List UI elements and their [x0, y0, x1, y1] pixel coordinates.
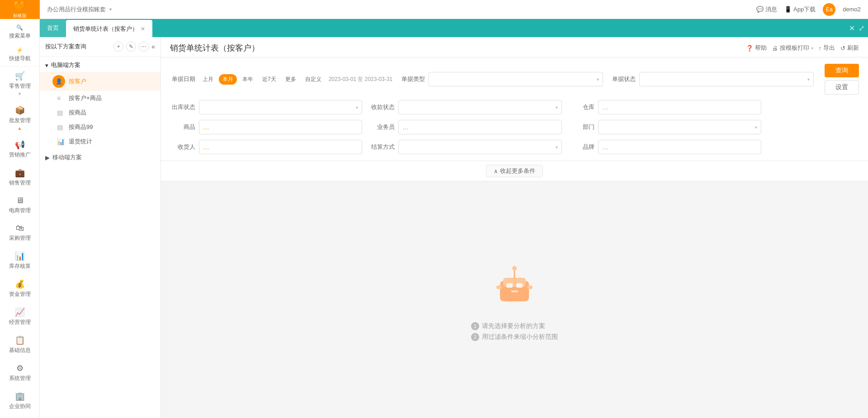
tab-expand-btn[interactable]: ⤢	[859, 24, 864, 33]
goods-ellipsis[interactable]: …	[203, 124, 209, 131]
industry-dropdown-arrow[interactable]: ▾	[109, 7, 112, 12]
tab-bar-actions: ✕ ⤢	[845, 24, 868, 33]
user-name[interactable]: demo2	[843, 6, 861, 13]
scheme-by-goods-99[interactable]: ▤ 按商品99	[40, 120, 160, 134]
refresh-label: 刷新	[847, 44, 859, 52]
retail-icon: 🛒	[15, 71, 25, 81]
brand-ellipsis[interactable]: …	[602, 143, 609, 151]
empty-svg	[487, 256, 542, 310]
tab-home[interactable]: 首页	[40, 19, 66, 37]
sidebar-item-base[interactable]: 📋 基础信息	[0, 331, 39, 359]
type-select[interactable]: ▾	[429, 72, 603, 86]
tab-close-all-btn[interactable]: ✕	[849, 24, 855, 33]
filter-date-item: 单据日期 上月 本月 本年 近7天 更多 自定义 2023-03-01 至 20…	[170, 74, 392, 85]
sidebar-item-sales[interactable]: 💼 销售管理	[0, 163, 39, 191]
action-buttons: 查询 设置	[825, 64, 859, 95]
page-actions: ❓ 帮助 🖨 按模板打印 ▾ ↑ 导出 ↺ 刷新	[746, 44, 859, 52]
sidebar-item-ecommerce[interactable]: 🖥 电商管理	[0, 191, 39, 219]
sidebar-item-newuser[interactable]: 🌟 新手引导	[0, 415, 39, 418]
mobile-scheme-group[interactable]: ▶ 移动端方案	[40, 151, 160, 164]
collapse-panel-btn[interactable]: «	[151, 43, 155, 50]
pc-group-header[interactable]: ▾ 电脑端方案	[40, 58, 160, 72]
app-download-label: App下载	[793, 5, 816, 14]
date-btn-custom[interactable]: 自定义	[302, 74, 325, 85]
date-btn-7days[interactable]: 近7天	[259, 74, 280, 85]
refresh-icon: ↺	[840, 45, 845, 52]
help-btn[interactable]: ❓ 帮助	[746, 44, 767, 52]
more-scheme-btn[interactable]: ⋯	[139, 42, 149, 52]
header-right: 💬 消息 📱 App下载 Ea demo2	[756, 3, 861, 16]
print-btn[interactable]: 🖨 按模板打印 ▾	[772, 44, 813, 52]
sales-icon: 💼	[15, 168, 25, 178]
staff-input[interactable]: …	[398, 120, 561, 134]
app-subtitle: 标账版	[13, 13, 27, 19]
date-btn-this-year[interactable]: 本年	[239, 74, 257, 85]
search-menu-btn[interactable]: 🔍 搜索菜单	[0, 19, 39, 43]
tab-bar: 首页 销货单统计表（按客户） ✕ ✕ ⤢	[40, 19, 868, 37]
operations-label: 经营管理	[9, 318, 31, 326]
shortcut-nav-btn[interactable]: ⚡ 快捷导航	[0, 43, 39, 66]
top-header: 办公用品行业模拟账套 ▾ 💬 消息 📱 App下载 Ea demo2	[40, 0, 868, 19]
tab-close-btn[interactable]: ✕	[141, 26, 145, 32]
dept-select[interactable]: ▾	[598, 120, 761, 134]
sidebar-item-enterprise[interactable]: 🏢 企业协同	[0, 387, 39, 415]
receiver-input[interactable]: …	[199, 140, 362, 154]
collapse-more-label: 收起更多条件	[500, 167, 535, 175]
scheme-by-goods-label: 按商品	[69, 109, 86, 117]
mobile-group-label: 移动端方案	[52, 153, 82, 162]
print-icon: 🖨	[772, 45, 778, 52]
sidebar-item-purchase[interactable]: 🛍 采购管理	[0, 219, 39, 247]
sidebar-item-system[interactable]: ⚙ 系统管理	[0, 359, 39, 387]
svg-rect-6	[496, 285, 502, 289]
scheme-by-goods[interactable]: ▤ 按商品	[40, 105, 160, 120]
operations-icon: 📈	[15, 307, 25, 317]
add-scheme-btn[interactable]: +	[113, 42, 123, 52]
collapse-more-btn[interactable]: ∧ 收起更多条件	[486, 165, 543, 177]
status-dropdown-arrow: ▾	[807, 77, 810, 82]
right-panel: 销货单统计表（按客户） ❓ 帮助 🖨 按模板打印 ▾ ↑ 导出	[161, 37, 868, 418]
scheme-by-customer-goods-label: 按客户+商品	[69, 94, 102, 102]
receiver-ellipsis[interactable]: …	[203, 143, 209, 151]
sidebar-item-marketing[interactable]: 📢 营销推广	[0, 135, 39, 163]
app-download-btn[interactable]: 📱 App下载	[784, 5, 816, 14]
sidebar-item-inventory[interactable]: 📊 库存核算	[0, 247, 39, 275]
refresh-btn[interactable]: ↺ 刷新	[840, 44, 859, 52]
sidebar-item-operations[interactable]: 📈 经营管理	[0, 303, 39, 331]
tab-sales-stats[interactable]: 销货单统计表（按客户） ✕	[66, 20, 152, 38]
export-btn[interactable]: ↑ 导出	[819, 44, 835, 52]
warehouse-ellipsis[interactable]: …	[602, 104, 609, 111]
query-button[interactable]: 查询	[825, 64, 859, 77]
sidebar-item-retail[interactable]: 🛒 零售管理 ▼	[0, 66, 39, 101]
goods-label: 商品	[170, 123, 195, 131]
date-btn-more[interactable]: 更多	[282, 74, 300, 85]
date-btn-this-month[interactable]: 本月	[219, 74, 237, 85]
outbound-select[interactable]: ▾	[199, 100, 362, 114]
warehouse-input[interactable]: …	[598, 100, 761, 114]
settlement-select[interactable]: ▾	[398, 140, 561, 154]
edit-scheme-btn[interactable]: ✎	[126, 42, 136, 52]
staff-ellipsis[interactable]: …	[402, 124, 409, 131]
user-avatar[interactable]: Ea	[823, 3, 835, 16]
sales-label: 销售管理	[9, 179, 31, 187]
filter-collection-item: 收款状态 ▾	[369, 100, 561, 114]
settings-button[interactable]: 设置	[825, 80, 859, 95]
status-select[interactable]: ▾	[639, 72, 814, 86]
outbound-dropdown-arrow: ▾	[356, 105, 358, 110]
dept-label: 部门	[569, 123, 594, 131]
shortcut-icon: ⚡	[16, 47, 23, 53]
date-btn-last-month[interactable]: 上月	[199, 74, 217, 85]
goods-input[interactable]: …	[199, 120, 362, 134]
scheme-by-customer[interactable]: 👤 按客户	[40, 72, 160, 91]
scheme-return-stats[interactable]: 📊 退货统计	[40, 134, 160, 149]
empty-illustration	[487, 256, 542, 310]
sidebar-item-finance[interactable]: 💰 资金管理	[0, 275, 39, 303]
sidebar-item-wholesale[interactable]: 📦 批发管理 ▲	[0, 101, 39, 135]
collection-select[interactable]: ▾	[398, 100, 561, 114]
ecommerce-label: 电商管理	[9, 207, 31, 214]
inventory-label: 库存核算	[9, 262, 31, 270]
scheme-by-customer-goods[interactable]: ≡ 按客户+商品	[40, 91, 160, 105]
brand-input[interactable]: …	[598, 140, 761, 154]
retail-label: 零售管理	[9, 82, 31, 90]
left-panel-header: 按以下方案查询 + ✎ ⋯ «	[40, 37, 160, 57]
message-btn[interactable]: 💬 消息	[756, 5, 777, 14]
